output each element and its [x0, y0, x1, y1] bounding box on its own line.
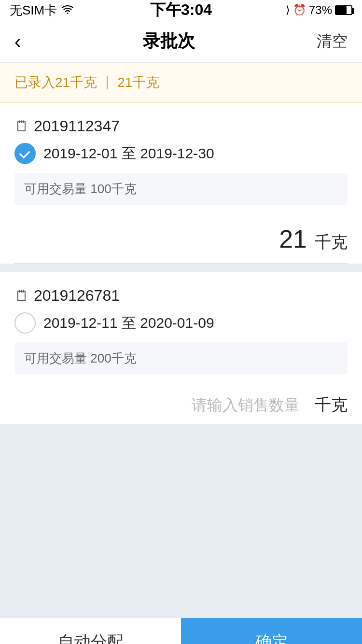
status-time: 下午3:04	[150, 0, 212, 21]
wifi-icon	[61, 5, 74, 15]
batch-2-input-row[interactable]: 千克	[0, 384, 362, 416]
info-banner: 已录入21千克 21千克	[0, 63, 362, 103]
nav-bar: ‹ 录批次 清空	[0, 20, 362, 63]
status-bar: 无SIM卡 下午3:04 ⟩ ⏰ 73%	[0, 0, 362, 20]
batch-1-id: 2019112347	[34, 117, 120, 135]
batch-1-avail: 可用交易量 100千克	[14, 173, 348, 205]
batch-item-2: 🗒 2019126781 2019-12-11 至 2020-01-09 可用交…	[0, 272, 362, 375]
info-divider	[107, 76, 108, 89]
confirm-button[interactable]: 确定	[181, 618, 362, 644]
batch-card-1: 🗒 2019112347 2019-12-01 至 2019-12-30 可用交…	[0, 103, 362, 264]
batch-2-avail: 可用交易量 200千克	[14, 342, 348, 375]
batch-2-radio[interactable]	[14, 312, 36, 334]
status-left: 无SIM卡	[10, 2, 74, 19]
batch-2-header: 🗒 2019126781	[14, 287, 348, 305]
batch-1-doc-icon: 🗒	[14, 118, 29, 135]
info-recorded-label: 已录入21千克	[14, 73, 97, 92]
batch-1-header: 🗒 2019112347	[14, 117, 348, 135]
batch-1-amount-row: 21 千克	[0, 215, 362, 263]
batch-1-radio[interactable]	[14, 143, 36, 164]
page-title: 录批次	[143, 29, 195, 53]
batch-1-amount: 21	[279, 224, 307, 253]
battery-text: 73%	[309, 3, 332, 17]
status-right: ⟩ ⏰ 73%	[286, 3, 352, 17]
batch-1-unit: 千克	[315, 231, 348, 253]
location-icon: ⟩	[286, 4, 290, 16]
batch-1-date-row[interactable]: 2019-12-01 至 2019-12-30	[14, 143, 348, 164]
battery-icon	[335, 5, 352, 15]
batch-1-date: 2019-12-01 至 2019-12-30	[43, 144, 214, 164]
batch-2-doc-icon: 🗒	[14, 288, 29, 304]
card-separator	[0, 264, 362, 272]
batch-2-unit: 千克	[315, 394, 348, 416]
batch-2-date-row[interactable]: 2019-12-11 至 2020-01-09	[14, 312, 348, 334]
batch-card-2: 🗒 2019126781 2019-12-11 至 2020-01-09 可用交…	[0, 272, 362, 424]
alarm-icon: ⏰	[293, 4, 306, 16]
quantity-input[interactable]	[14, 396, 307, 414]
clear-button[interactable]: 清空	[317, 31, 348, 52]
batch-item-1: 🗒 2019112347 2019-12-01 至 2019-12-30 可用交…	[0, 103, 362, 205]
batch-2-id: 2019126781	[34, 287, 120, 305]
auto-distribute-button[interactable]: 自动分配	[0, 618, 181, 644]
back-button[interactable]: ‹	[14, 32, 21, 51]
empty-area	[0, 424, 362, 617]
sim-text: 无SIM卡	[10, 2, 57, 19]
bottom-bar: 自动分配 确定	[0, 617, 362, 644]
info-value: 21千克	[117, 73, 159, 92]
batch-2-date: 2019-12-11 至 2020-01-09	[43, 313, 214, 333]
